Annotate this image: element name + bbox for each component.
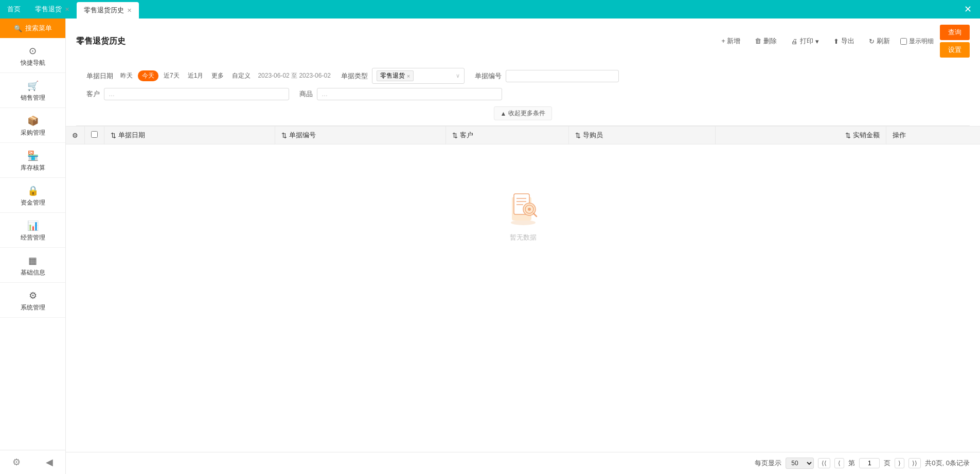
tab-retail-return-history[interactable]: 零售退货历史 ✕ [77, 2, 139, 19]
print-dropdown-icon: ▾ [815, 38, 819, 45]
col-doc-date-label: 单据日期 [118, 131, 145, 140]
col-guide[interactable]: ⇅ 导购员 [568, 126, 715, 144]
date-btn-today[interactable]: 今天 [138, 70, 158, 81]
doc-type-tag-close[interactable]: × [407, 73, 410, 79]
sidebar-collapse-icon[interactable]: ◀ [46, 457, 53, 468]
sidebar-search-label: 搜索菜单 [25, 24, 52, 33]
doc-type-filter: 单据类型 零售退货 × ∨ [341, 68, 465, 84]
col-actual-amount-label: 实销金额 [853, 131, 880, 140]
header-actions: + 新增 🗑 删除 🖨 打印 ▾ ⬆ 导出 ↻ 刷新 [717, 34, 934, 48]
col-actual-amount[interactable]: ⇅ 实销金额 [715, 126, 886, 144]
col-operation: 操作 [886, 126, 980, 144]
page-header-top: 零售退货历史 + 新增 🗑 删除 🖨 打印 ▾ ⬆ 导出 ↻ [76, 25, 970, 58]
col-doc-no[interactable]: ⇅ 单据编号 [275, 126, 446, 144]
quick-nav-icon: ⊙ [29, 45, 37, 57]
tab-home-label: 首页 [7, 5, 21, 14]
customer-input[interactable] [104, 88, 289, 100]
tab-retail-return-label: 零售退货 [35, 5, 62, 14]
sidebar-item-quick-nav-label: 快捷导航 [21, 59, 45, 67]
query-button[interactable]: 查询 [940, 25, 970, 40]
page-size-select[interactable]: 20 50 100 [786, 458, 814, 469]
filter-row-2: 客户 商品 [86, 88, 959, 100]
header-buttons: 查询 设置 [940, 25, 970, 58]
tab-home[interactable]: 首页 [0, 0, 28, 19]
filter-area: 单据日期 昨天 今天 近7天 近1月 更多 自定义 2023-06-02 至 2… [76, 63, 970, 126]
page-number-input[interactable] [859, 458, 880, 468]
sidebar-item-basic-info[interactable]: ▦ 基础信息 [0, 248, 65, 283]
sidebar-item-system-mgmt[interactable]: ⚙ 系统管理 [0, 283, 65, 318]
system-mgmt-icon: ⚙ [29, 290, 37, 301]
filter-row-1: 单据日期 昨天 今天 近7天 近1月 更多 自定义 2023-06-02 至 2… [86, 68, 959, 84]
date-filter-label: 单据日期 [86, 71, 113, 81]
tab-retail-return-history-close[interactable]: ✕ [127, 7, 132, 14]
sidebar-item-purchase-mgmt[interactable]: 📦 采购管理 [0, 108, 65, 143]
finance-mgmt-icon: 🔒 [27, 185, 39, 196]
page-size-label: 每页显示 [755, 459, 781, 468]
page-label: 第 [848, 459, 855, 468]
date-btn-yesterday[interactable]: 昨天 [117, 70, 136, 81]
date-btn-more[interactable]: 更多 [208, 70, 227, 81]
doc-no-label: 单据编号 [475, 71, 502, 81]
svg-line-8 [533, 213, 537, 216]
first-page-button[interactable]: ⟨⟨ [818, 458, 830, 468]
col-checkbox [85, 126, 104, 144]
print-button[interactable]: 🖨 打印 ▾ [787, 34, 823, 48]
delete-button[interactable]: 🗑 删除 [751, 34, 781, 48]
doc-type-tag-value: 零售退货 [380, 71, 405, 80]
print-label: 打印 [800, 37, 813, 46]
sidebar-item-finance-mgmt[interactable]: 🔒 资金管理 [0, 178, 65, 213]
col-settings[interactable]: ⚙ [66, 126, 85, 144]
sidebar-settings-icon[interactable]: ⚙ [12, 457, 21, 468]
refresh-button[interactable]: ↻ 刷新 [865, 34, 894, 48]
empty-state-icon [503, 186, 544, 227]
sidebar-item-purchase-mgmt-label: 采购管理 [21, 129, 45, 137]
refresh-icon: ↻ [869, 38, 875, 45]
settings-button[interactable]: 设置 [940, 42, 970, 58]
doc-no-input[interactable] [506, 70, 619, 82]
inventory-check-icon: 🏪 [27, 150, 39, 161]
operations-mgmt-icon: 📊 [27, 220, 39, 231]
page-header: 零售退货历史 + 新增 🗑 删除 🖨 打印 ▾ ⬆ 导出 ↻ [66, 19, 980, 126]
sidebar-search[interactable]: 🔍 搜索菜单 [0, 19, 65, 38]
col-doc-date[interactable]: ⇅ 单据日期 [104, 126, 275, 144]
collapse-row: ▲ 收起更多条件 [86, 104, 959, 120]
sidebar-item-operations-mgmt[interactable]: 📊 经营管理 [0, 213, 65, 248]
col-customer[interactable]: ⇅ 客户 [446, 126, 568, 144]
tab-retail-return[interactable]: 零售退货 ✕ [28, 0, 77, 19]
table-body: 暂无数据 [66, 144, 980, 284]
top-tab-bar: 首页 零售退货 ✕ 零售退货历史 ✕ ✕ [0, 0, 980, 19]
date-options: 昨天 今天 近7天 近1月 更多 自定义 [117, 70, 254, 81]
doc-type-tag: 零售退货 × [377, 70, 414, 81]
sidebar-item-sales-mgmt-label: 销售管理 [21, 94, 45, 102]
sidebar-bottom: ⚙ ◀ [0, 450, 65, 474]
tab-retail-return-history-label: 零售退货历史 [84, 6, 124, 15]
show-detail-checkbox[interactable] [900, 38, 907, 45]
sidebar-item-basic-info-label: 基础信息 [21, 268, 45, 277]
next-page-button[interactable]: ⟩ [895, 458, 904, 468]
export-button[interactable]: ⬆ 导出 [829, 34, 859, 48]
select-all-checkbox[interactable] [91, 131, 98, 138]
tab-retail-return-close[interactable]: ✕ [65, 6, 69, 13]
add-button[interactable]: + 新增 [717, 34, 744, 48]
col-doc-no-label: 单据编号 [289, 131, 316, 140]
last-page-button[interactable]: ⟩⟩ [908, 458, 921, 468]
export-label: 导出 [841, 37, 854, 46]
page-of-label: 页 [884, 459, 890, 468]
prev-page-button[interactable]: ⟨ [834, 458, 844, 468]
sidebar-item-sales-mgmt[interactable]: 🛒 销售管理 [0, 73, 65, 108]
date-btn-7days[interactable]: 近7天 [161, 70, 183, 81]
main-layout: 🔍 搜索菜单 ⊙ 快捷导航 🛒 销售管理 📦 采购管理 🏪 库存核算 🔒 资金管… [0, 19, 980, 474]
customer-filter: 客户 [86, 88, 289, 100]
collapse-button[interactable]: ▲ 收起更多条件 [494, 106, 553, 120]
date-btn-1month[interactable]: 近1月 [185, 70, 207, 81]
window-close-button[interactable]: ✕ [964, 4, 980, 15]
date-btn-custom[interactable]: 自定义 [229, 70, 254, 81]
doc-type-input[interactable]: 零售退货 × ∨ [372, 68, 465, 84]
sidebar-item-quick-nav[interactable]: ⊙ 快捷导航 [0, 38, 65, 73]
sidebar-item-inventory-check[interactable]: 🏪 库存核算 [0, 143, 65, 178]
empty-state: 暂无数据 [66, 144, 980, 283]
refresh-label: 刷新 [877, 37, 890, 46]
sidebar-item-inventory-check-label: 库存核算 [21, 163, 45, 172]
goods-input[interactable] [317, 88, 502, 100]
collapse-label: 收起更多条件 [508, 109, 545, 118]
